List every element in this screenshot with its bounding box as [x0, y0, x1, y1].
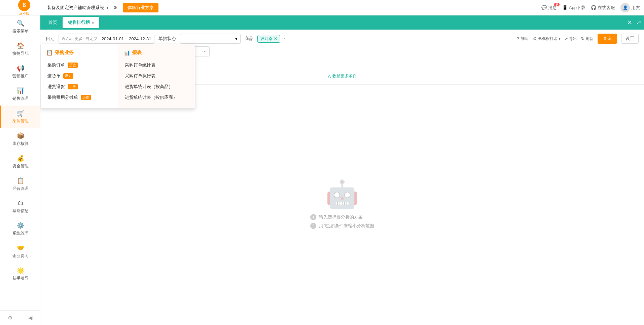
dropdown-item-purchase-return[interactable]: 进货退货 历史: [46, 81, 112, 92]
sidebar-item-cooperation[interactable]: 🤝 企业协同: [0, 240, 40, 263]
phone-icon: 📱: [562, 5, 568, 10]
refresh-btn[interactable]: ↻ 刷新: [581, 36, 594, 42]
purchase-col: 📋 采购业务 采购订单 历史 进货单 历史 进货退货 历史: [41, 44, 118, 108]
dropdown-item-report-2[interactable]: 采购订单执行表: [123, 71, 190, 81]
sidebar-item-label: 系统管理: [12, 231, 29, 236]
chart-icon: 📊: [17, 87, 24, 94]
sidebar-settings-btn[interactable]: ⚙: [8, 315, 12, 321]
toolbar-row: 日期 近7天 更多 自定义 2024-01-01 ~ 2024-12-31 单据…: [46, 34, 639, 44]
date-option-7days[interactable]: 近7天: [62, 36, 72, 42]
sidebar-item-label: 资金管理: [12, 163, 29, 169]
sidebar-item-label: 经营管理: [12, 186, 29, 192]
empty-step-2: 2 用[过滤]条件来缩小分析范围: [310, 223, 374, 229]
help-btn[interactable]: ? 帮助: [517, 36, 528, 42]
topbar-right: 💬 消息 9 📱 App下载 🎧 在线客服 👤 用友: [541, 3, 640, 12]
empty-steps: 1 请先选择要分析的方案 2 用[过滤]条件来缩小分析范围: [310, 214, 374, 232]
date-option-custom[interactable]: 自定义: [85, 36, 98, 42]
settings-btn[interactable]: 设置: [621, 34, 639, 44]
clipboard-icon: 📋: [17, 177, 24, 185]
sidebar-item-system[interactable]: ⚙️ 系统管理: [0, 218, 40, 240]
search-icon: 🔍: [17, 19, 24, 27]
sidebar-item-label: 企业协同: [12, 253, 29, 259]
system-settings-btn[interactable]: ⚙: [111, 3, 120, 12]
gear-icon: ⚙️: [17, 222, 24, 229]
app-download-btn[interactable]: 📱 App下载: [562, 5, 585, 11]
message-btn[interactable]: 💬 消息 9: [541, 5, 557, 11]
query-btn[interactable]: 查询: [598, 34, 617, 44]
tab-bar: 首页 销售排行榜 ✕ ⤢: [40, 15, 644, 30]
history-badge[interactable]: 历史: [68, 84, 78, 89]
sidebar-item-search[interactable]: 🔍 搜索菜单: [0, 15, 40, 38]
system-title: 装备及固定资产辅助管理系统: [47, 5, 104, 11]
message-icon: 💬: [541, 5, 547, 10]
collapse-up-icon: ⋀: [328, 74, 331, 79]
report-col-title: 📊 报表: [123, 49, 190, 56]
cart-icon: 🛒: [17, 110, 24, 117]
history-badge[interactable]: 历史: [68, 63, 78, 68]
collapse-btn[interactable]: ⋀ 收起更多条件: [325, 72, 359, 80]
avatar: 👤: [620, 3, 630, 12]
history-badge[interactable]: 历史: [81, 95, 91, 100]
user-btn[interactable]: 👤 用友: [620, 3, 640, 12]
purchase-dropdown-menu: 📋 采购业务 采购订单 历史 进货单 历史 进货退货 历史: [40, 44, 195, 109]
handshake-icon: 🤝: [17, 244, 24, 252]
sidebar-item-label: 新手引导: [12, 276, 29, 281]
goods-more-btn[interactable]: ···: [282, 36, 287, 42]
content-area: 首页 销售排行榜 ✕ ⤢ 日期 近7天 更多: [40, 15, 644, 325]
dropdown-item-report-3[interactable]: 进货单统计表（按商品）: [123, 81, 190, 92]
goods-tag-close[interactable]: ✕: [274, 36, 277, 41]
sidebar-collapse-btn[interactable]: ◀: [28, 315, 32, 321]
date-input[interactable]: 近7天 更多 自定义 2024-01-01 ~ 2024-12-31: [59, 34, 154, 44]
refresh-icon: ↻: [581, 36, 584, 41]
page-content: 日期 近7天 更多 自定义 2024-01-01 ~ 2024-12-31 单据…: [40, 30, 644, 325]
export-btn[interactable]: ↗ 导出: [565, 36, 577, 42]
dropdown-item-purchase-cost[interactable]: 采购费用分摊单 历史: [46, 92, 112, 103]
tab-sales-rank[interactable]: 销售排行榜: [63, 17, 99, 28]
goods-label: 商品: [245, 36, 253, 42]
sidebar-item-quick-nav[interactable]: 🏠 快捷导航: [0, 38, 40, 60]
dropdown-item-purchase-order[interactable]: 采购订单 历史: [46, 60, 112, 71]
headset-icon: 🎧: [591, 5, 596, 10]
export-icon: ↗: [565, 36, 568, 41]
home-icon: 🏠: [17, 42, 24, 49]
sidebar-item-basic-info[interactable]: 🗂 基础信息: [0, 196, 40, 218]
purchase-col-title: 📋 采购业务: [46, 49, 112, 56]
step-2-num: 2: [310, 223, 316, 229]
dropdown-item-report-4[interactable]: 进货单统计表（按供应商）: [123, 92, 190, 103]
sidebar-item-sales[interactable]: 📊 销售管理: [0, 83, 40, 106]
online-service-btn[interactable]: 🎧 在线客服: [591, 5, 615, 11]
print-icon: 🖨: [532, 36, 536, 41]
dropdown-item-report-1[interactable]: 采购订单统计表: [123, 60, 190, 71]
empty-state: 🤖 1 请先选择要分析的方案 2 用[过滤]条件来缩小分析范围: [40, 85, 644, 325]
order-status-select[interactable]: [180, 34, 241, 44]
sidebar-item-finance[interactable]: 💰 资金管理: [0, 151, 40, 173]
system-dropdown-btn[interactable]: ▾: [104, 4, 111, 11]
dropdown-item-purchase-inbound[interactable]: 进货单 历史: [46, 71, 112, 81]
sidebar-item-label: 搜索菜单: [12, 28, 29, 34]
history-badge[interactable]: 历史: [63, 73, 73, 79]
tab-maximize-btn[interactable]: ⤢: [636, 19, 641, 26]
purchase-col-icon: 📋: [46, 49, 53, 56]
tab-close-window-btn[interactable]: ✕: [627, 19, 632, 26]
sidebar-item-purchase[interactable]: 🛒 采购管理: [0, 106, 40, 128]
print-btn[interactable]: 🖨 按模板打印: [532, 36, 561, 42]
help-icon: ?: [517, 36, 519, 41]
date-option-more[interactable]: 更多: [75, 36, 83, 42]
industry-btn[interactable]: 体验行业方案: [123, 3, 158, 12]
report-col: 📊 报表 采购订单统计表 采购订单执行表 进货单统计表（按商品） 进货单统计表（…: [118, 44, 195, 108]
tab-close-btn[interactable]: [92, 21, 94, 25]
topbar: 6 标准版 装备及固定资产辅助管理系统 ▾ ⚙ 体验行业方案 💬 消息 9 📱 …: [0, 0, 644, 15]
sidebar-bottom: ⚙ ◀: [0, 310, 40, 325]
sidebar-item-label: 基础信息: [12, 208, 29, 214]
sidebar-item-inventory[interactable]: 📦 库存核算: [0, 128, 40, 151]
message-badge: 9: [554, 3, 560, 6]
sidebar-item-label: 采购管理: [12, 118, 29, 124]
empty-illustration: 🤖: [325, 178, 359, 210]
sidebar-item-business[interactable]: 📋 经营管理: [0, 173, 40, 196]
step-1-num: 1: [310, 214, 316, 220]
print-chevron-icon: [559, 36, 561, 41]
sidebar-item-marketing[interactable]: 📢 营销推广: [0, 60, 40, 83]
tab-home[interactable]: 首页: [43, 17, 63, 28]
goods-tag[interactable]: 设计桑 ✕: [257, 35, 280, 43]
sidebar-item-guide[interactable]: 🌟 新手引导: [0, 263, 40, 285]
